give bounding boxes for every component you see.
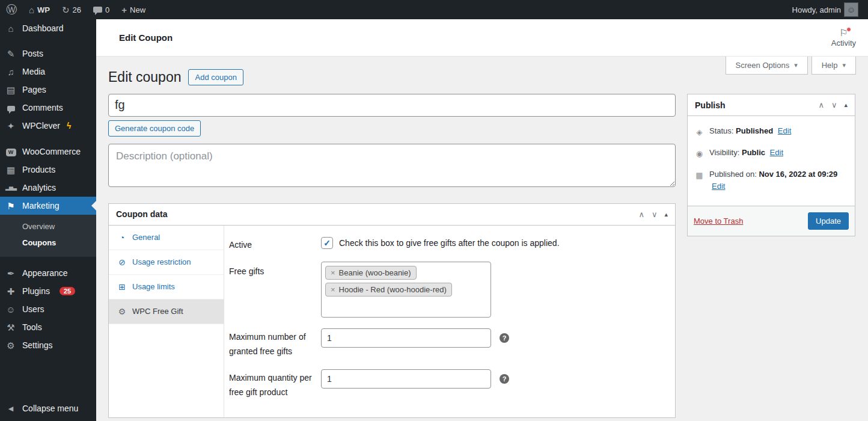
activity-button[interactable]: ⚐ Activity bbox=[831, 28, 856, 48]
wordpress-logo-icon: Ⓦ bbox=[6, 4, 17, 15]
toggle-panel-icon[interactable]: ▴ bbox=[844, 101, 848, 109]
move-down-icon[interactable]: ∨ bbox=[831, 100, 837, 109]
sidebar-item-wpclever[interactable]: ✦ WPClever ϟ bbox=[0, 117, 96, 135]
sidebar-item-media[interactable]: ♫ Media bbox=[0, 63, 96, 81]
edit-status-link[interactable]: Edit bbox=[778, 126, 791, 135]
site-name: WP bbox=[37, 5, 50, 14]
comments-count: 0 bbox=[105, 5, 109, 14]
sidebar-item-settings[interactable]: ⚙ Settings bbox=[0, 336, 96, 354]
sidebar-item-analytics[interactable]: ▂▅▃ Analytics bbox=[0, 179, 96, 197]
sidebar-item-marketing[interactable]: ⚑ Marketing bbox=[0, 197, 96, 215]
marketing-submenu: Overview Coupons bbox=[0, 215, 96, 257]
tag-label: Beanie (woo-beanie) bbox=[339, 268, 411, 277]
status-value: Published bbox=[736, 126, 773, 135]
sidebar-item-posts[interactable]: ✎ Posts bbox=[0, 45, 96, 63]
sidebar-item-products[interactable]: ▦ Products bbox=[0, 161, 96, 179]
my-account-menu[interactable]: Howdy, admin ☺ bbox=[786, 0, 864, 19]
new-label: New bbox=[130, 5, 145, 14]
chevron-down-icon: ▾ bbox=[842, 61, 846, 69]
users-icon: ☺ bbox=[5, 305, 17, 314]
toggle-panel-icon[interactable]: ▴ bbox=[664, 210, 668, 218]
tab-usage-restriction[interactable]: ⊘ Usage restriction bbox=[109, 250, 224, 275]
updates-menu[interactable]: ↻ 26 bbox=[56, 0, 87, 19]
remove-tag-icon[interactable]: × bbox=[331, 268, 335, 277]
remove-tag-icon[interactable]: × bbox=[331, 285, 335, 294]
active-checkbox-description: Check this box to give free gifts after … bbox=[339, 238, 560, 248]
wp-logo-menu[interactable]: Ⓦ bbox=[0, 0, 23, 19]
tab-general[interactable]: ◔ General bbox=[109, 226, 224, 250]
move-to-trash-link[interactable]: Move to Trash bbox=[694, 217, 743, 226]
generate-coupon-code-button[interactable]: Generate coupon code bbox=[108, 120, 201, 137]
description-textarea[interactable] bbox=[108, 144, 676, 187]
coupon-code-input[interactable] bbox=[108, 94, 676, 117]
sidebar-item-pages[interactable]: ▤ Pages bbox=[0, 81, 96, 99]
active-checkbox[interactable]: ✓ bbox=[321, 237, 333, 249]
page-title: Edit Coupon bbox=[119, 32, 173, 43]
site-menu[interactable]: ⌂ WP bbox=[23, 0, 56, 19]
wrench-icon: ⚙ bbox=[117, 307, 127, 316]
menu-separator bbox=[0, 37, 96, 45]
sidebar-label: WPClever bbox=[22, 121, 60, 131]
sidebar-label: Marketing bbox=[22, 201, 59, 210]
selected-product-tag: × Beanie (woo-beanie) bbox=[325, 266, 417, 280]
updates-icon: ↻ bbox=[62, 5, 70, 14]
coupon-data-metabox: Coupon data ∧ ∨ ▴ ◔ General ⊘ bbox=[108, 203, 676, 418]
activity-label: Activity bbox=[831, 38, 856, 48]
max-qty-field-label: Maximum quantity per free gift product bbox=[229, 368, 321, 399]
sidebar-item-appearance[interactable]: ✒ Appearance bbox=[0, 264, 96, 282]
add-coupon-button[interactable]: Add coupon bbox=[188, 69, 243, 85]
sidebar-label: Tools bbox=[22, 322, 42, 332]
side-column: Publish ∧ ∨ ▴ ◈ Status: Published Edit bbox=[687, 94, 855, 236]
help-label: Help bbox=[822, 61, 838, 70]
howdy-text: Howdy, admin bbox=[792, 5, 841, 14]
selected-product-tag: × Hoodie - Red (woo-hoodie-red) bbox=[325, 283, 452, 297]
comments-menu[interactable]: 0 bbox=[87, 0, 115, 19]
publish-metabox: Publish ∧ ∨ ▴ ◈ Status: Published Edit bbox=[687, 94, 855, 236]
max-gifts-input[interactable] bbox=[321, 328, 491, 348]
sidebar-item-users[interactable]: ☺ Users bbox=[0, 300, 96, 318]
sidebar-label: Users bbox=[22, 304, 44, 314]
general-icon: ◔ bbox=[117, 233, 127, 242]
sidebar-item-plugins[interactable]: ✚ Plugins 25 bbox=[0, 282, 96, 300]
updates-count: 26 bbox=[73, 5, 81, 14]
sidebar-label: Settings bbox=[22, 340, 53, 350]
help-tip-icon[interactable]: ? bbox=[500, 333, 509, 343]
move-up-icon[interactable]: ∧ bbox=[818, 100, 824, 109]
move-down-icon[interactable]: ∨ bbox=[652, 210, 658, 219]
submenu-item-coupons[interactable]: Coupons bbox=[0, 235, 96, 251]
max-qty-input[interactable] bbox=[321, 369, 491, 389]
update-button[interactable]: Update bbox=[808, 212, 849, 230]
notification-dot bbox=[846, 27, 851, 32]
move-up-icon[interactable]: ∧ bbox=[638, 210, 644, 219]
sidebar-item-comments[interactable]: Comments bbox=[0, 99, 96, 117]
help-button[interactable]: Help ▾ bbox=[811, 57, 856, 75]
tab-wpc-free-gift[interactable]: ⚙ WPC Free Gift bbox=[109, 300, 224, 324]
edit-published-date-link[interactable]: Edit bbox=[712, 182, 725, 191]
appearance-icon: ✒ bbox=[5, 269, 17, 278]
sidebar-item-woocommerce[interactable]: W WooCommerce bbox=[0, 142, 96, 161]
lightning-icon: ϟ bbox=[67, 121, 71, 131]
tab-usage-limits[interactable]: ⊞ Usage limits bbox=[109, 275, 224, 300]
sidebar-label: Comments bbox=[22, 103, 63, 112]
visibility-value: Public bbox=[742, 148, 765, 157]
edit-visibility-link[interactable]: Edit bbox=[770, 148, 783, 157]
submenu-item-overview[interactable]: Overview bbox=[0, 218, 96, 235]
screen-options-button[interactable]: Screen Options ▾ bbox=[726, 57, 808, 75]
usage-limits-icon: ⊞ bbox=[117, 282, 127, 292]
products-icon: ▦ bbox=[5, 165, 17, 174]
collapse-menu-button[interactable]: ◀ Collapse menu bbox=[0, 399, 96, 417]
media-icon: ♫ bbox=[5, 67, 17, 76]
sidebar-item-tools[interactable]: ⚒ Tools bbox=[0, 318, 96, 336]
new-content-menu[interactable]: + New bbox=[115, 0, 151, 19]
publish-title: Publish bbox=[695, 100, 726, 110]
admin-sidebar: ⌂ Dashboard ✎ Posts ♫ Media ▤ Pages Comm… bbox=[0, 19, 96, 421]
help-tip-icon[interactable]: ? bbox=[500, 374, 509, 384]
woocommerce-icon: W bbox=[5, 146, 17, 156]
comments-icon bbox=[5, 103, 17, 112]
tab-label: Usage limits bbox=[132, 282, 175, 291]
sidebar-label: Posts bbox=[22, 49, 43, 58]
sidebar-item-dashboard[interactable]: ⌂ Dashboard bbox=[0, 19, 96, 37]
free-gifts-multiselect[interactable]: × Beanie (woo-beanie) × Hoodie - Red (wo… bbox=[321, 262, 491, 318]
calendar-icon: ▦ bbox=[695, 168, 704, 182]
marketing-icon: ⚑ bbox=[5, 201, 17, 210]
